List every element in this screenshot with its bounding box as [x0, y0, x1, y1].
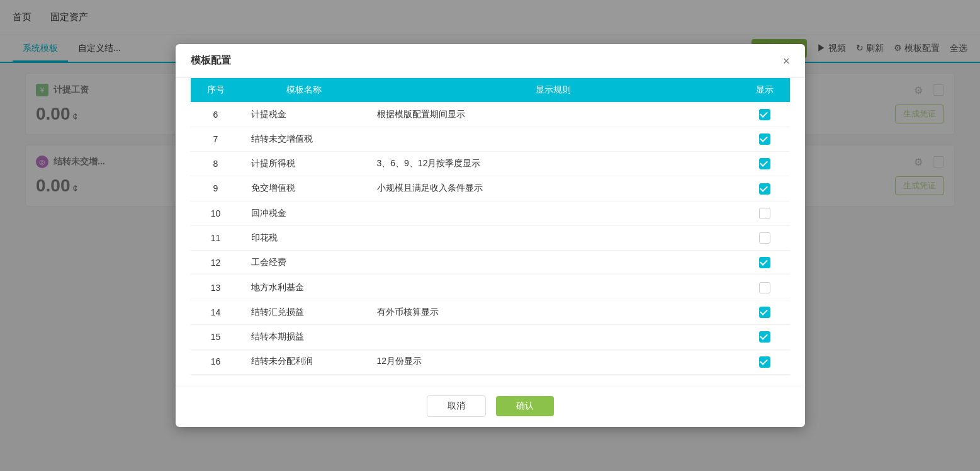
table-row: 15结转本期损益	[191, 325, 790, 349]
table-row: 14结转汇兑损益有外币核算显示	[191, 300, 790, 324]
table-row: 6计提税金根据模版配置期间显示	[191, 102, 790, 127]
checkbox-1[interactable]	[759, 133, 770, 145]
table-wrapper[interactable]: 序号 模板名称 显示规则 显示 6计提税金根据模版配置期间显示7结转未交增值税8…	[191, 78, 790, 374]
table-row: 7结转未交增值税	[191, 127, 790, 151]
row-display-3	[740, 176, 790, 201]
row-id-0: 6	[191, 102, 241, 127]
col-header-id: 序号	[191, 78, 241, 102]
checkbox-9[interactable]	[759, 331, 770, 343]
row-display-7	[740, 275, 790, 300]
checkbox-10[interactable]	[759, 356, 770, 368]
modal-title: 模板配置	[191, 54, 231, 67]
modal-template-config: 模板配置 × 序号 模板名称 显示规则 显示 6计提税金根据模版配置期间显	[176, 44, 805, 426]
row-rule-2: 3、6、9、12月按季度显示	[367, 151, 740, 176]
table-row: 16结转未分配利润12月份显示	[191, 349, 790, 374]
row-rule-6	[367, 251, 740, 275]
row-id-5: 11	[191, 225, 241, 250]
row-rule-1	[367, 127, 740, 151]
row-display-8	[740, 300, 790, 324]
row-id-3: 9	[191, 176, 241, 201]
row-display-10	[740, 349, 790, 374]
row-rule-7	[367, 275, 740, 300]
row-name-1: 结转未交增值税	[241, 127, 367, 151]
row-rule-3: 小规模且满足收入条件显示	[367, 176, 740, 201]
table-row: 12工会经费	[191, 251, 790, 275]
modal-footer: 取消 确认	[176, 385, 805, 427]
confirm-button[interactable]: 确认	[496, 396, 554, 416]
row-id-7: 13	[191, 275, 241, 300]
row-rule-10: 12月份显示	[367, 349, 740, 374]
row-name-2: 计提所得税	[241, 151, 367, 176]
row-rule-5	[367, 225, 740, 250]
row-id-9: 15	[191, 325, 241, 349]
row-name-5: 印花税	[241, 225, 367, 250]
checkbox-2[interactable]	[759, 158, 770, 169]
col-header-rule: 显示规则	[367, 78, 740, 102]
table-row: 8计提所得税3、6、9、12月按季度显示	[191, 151, 790, 176]
modal-overlay: 模板配置 × 序号 模板名称 显示规则 显示 6计提税金根据模版配置期间显	[0, 0, 980, 471]
row-id-6: 12	[191, 251, 241, 275]
row-display-1	[740, 127, 790, 151]
row-display-2	[740, 151, 790, 176]
row-display-0	[740, 102, 790, 127]
row-rule-0: 根据模版配置期间显示	[367, 102, 740, 127]
row-rule-9	[367, 325, 740, 349]
row-display-5	[740, 225, 790, 250]
row-rule-8: 有外币核算显示	[367, 300, 740, 324]
checkbox-5[interactable]	[759, 232, 770, 244]
checkbox-3[interactable]	[759, 183, 770, 195]
row-display-9	[740, 325, 790, 349]
row-id-2: 8	[191, 151, 241, 176]
checkbox-8[interactable]	[759, 307, 770, 318]
row-id-4: 10	[191, 201, 241, 225]
table-row: 10回冲税金	[191, 201, 790, 225]
row-id-1: 7	[191, 127, 241, 151]
modal-header: 模板配置 ×	[176, 44, 805, 78]
checkbox-4[interactable]	[759, 208, 770, 219]
row-id-8: 14	[191, 300, 241, 324]
row-name-4: 回冲税金	[241, 201, 367, 225]
row-name-9: 结转本期损益	[241, 325, 367, 349]
row-display-6	[740, 251, 790, 275]
row-name-10: 结转未分配利润	[241, 349, 367, 374]
cancel-button[interactable]: 取消	[427, 395, 486, 417]
row-name-7: 地方水利基金	[241, 275, 367, 300]
col-header-name: 模板名称	[241, 78, 367, 102]
row-name-0: 计提税金	[241, 102, 367, 127]
modal-body: 序号 模板名称 显示规则 显示 6计提税金根据模版配置期间显示7结转未交增值税8…	[176, 78, 805, 384]
table-row: 11印花税	[191, 225, 790, 250]
checkbox-6[interactable]	[759, 257, 770, 268]
row-id-10: 16	[191, 349, 241, 374]
row-name-6: 工会经费	[241, 251, 367, 275]
row-name-8: 结转汇兑损益	[241, 300, 367, 324]
row-name-3: 免交增值税	[241, 176, 367, 201]
row-display-4	[740, 201, 790, 225]
table-row: 9免交增值税小规模且满足收入条件显示	[191, 176, 790, 201]
checkbox-7[interactable]	[759, 282, 770, 293]
table-row: 13地方水利基金	[191, 275, 790, 300]
checkbox-0[interactable]	[759, 109, 770, 120]
col-header-display: 显示	[740, 78, 790, 102]
modal-close-button[interactable]: ×	[783, 55, 790, 67]
row-rule-4	[367, 201, 740, 225]
config-table: 序号 模板名称 显示规则 显示 6计提税金根据模版配置期间显示7结转未交增值税8…	[191, 78, 790, 374]
